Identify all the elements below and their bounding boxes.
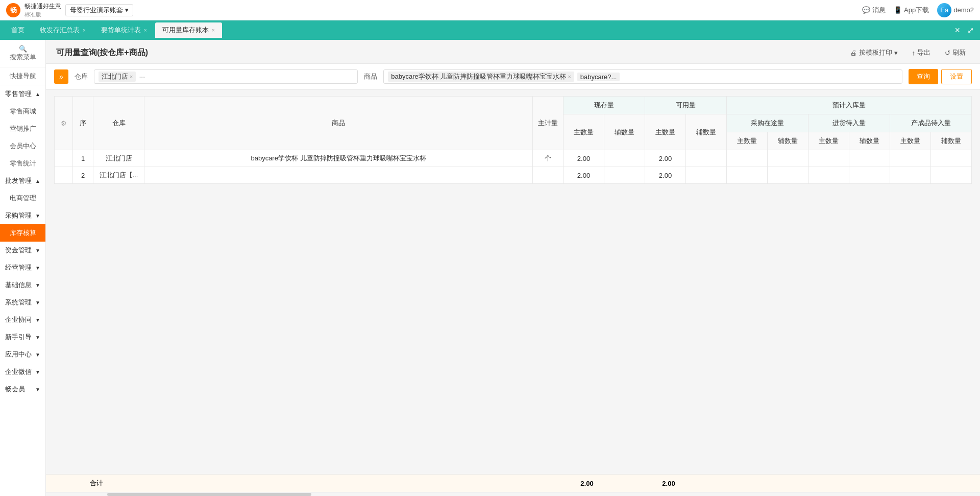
app-download-button[interactable]: 📱 App下载 [894, 6, 929, 15]
cell-warehouse-2: 江北门店【... [93, 167, 144, 184]
tab-home[interactable]: 首页 [4, 22, 32, 38]
th-production-group: 产成品待入量 [890, 114, 972, 132]
tab-order-stats-label: 要货单统计表 [101, 26, 141, 35]
table-row: 2 江北门店【... 2.00 2.00 [55, 167, 972, 184]
user-profile[interactable]: Ea demo2 [937, 3, 974, 17]
th-stock-aux: 辅数量 [604, 114, 645, 150]
export-button[interactable]: ↑ 导出 [908, 46, 935, 59]
app-logo: 畅 [6, 3, 20, 17]
cell-production-main-2 [890, 167, 931, 184]
sidebar-item-inventory[interactable]: 库存核算 [0, 224, 45, 242]
th-num: 序 [73, 97, 93, 150]
tab-home-label: 首页 [11, 26, 24, 35]
warehouse-filter-input[interactable]: 江北门店 × ··· [94, 69, 358, 84]
cell-unit-1: 个 [533, 150, 564, 167]
cell-warehouse-1: 江北门店 [93, 150, 144, 167]
tab-available-stock[interactable]: 可用量库存账本 × [155, 22, 222, 38]
th-stock-group: 现存量 [564, 97, 645, 114]
tab-receive-summary-close[interactable]: × [83, 28, 86, 33]
inventory-table: ⚙ 序 仓库 商品 主计量 现存量 可用量 预计入库量 主数量 辅数量 主数量 [54, 96, 972, 184]
horizontal-scrollbar[interactable] [46, 492, 980, 496]
th-unit: 主计量 [533, 97, 564, 150]
template-print-button[interactable]: 🖨 按模板打印 ▾ [846, 46, 902, 59]
sidebar-section-retail: 零售管理 ▲ 零售商城 营销推广 会员中心 零售统计 [0, 85, 45, 172]
message-icon: 💬 [862, 6, 870, 14]
chevron-down-icon-purchase: ▼ [35, 213, 40, 219]
cell-num-1: 1 [73, 150, 93, 167]
message-button[interactable]: 💬 消息 [862, 6, 886, 15]
app-title: 畅捷通好生意 [24, 2, 61, 11]
tab-available-stock-label: 可用量库存账本 [162, 26, 209, 35]
tab-available-stock-close[interactable]: × [212, 28, 215, 33]
sidebar-search[interactable]: 🔍 搜索菜单 [0, 40, 45, 67]
sidebar-item-retail-mall[interactable]: 零售商城 [0, 103, 45, 120]
chevron-down-icon-sys: ▼ [35, 300, 40, 305]
close-all-tabs-button[interactable]: × [950, 25, 964, 36]
sidebar-group-system[interactable]: 系统管理 ▼ [0, 294, 45, 311]
query-button[interactable]: 查询 [909, 69, 938, 84]
expand-button[interactable]: ⤢ [965, 26, 976, 35]
refresh-button[interactable]: ↺ 刷新 [941, 46, 970, 59]
topbar-left: 畅 畅捷通好生意 标准版 母婴行业演示账套 ▾ [6, 2, 133, 18]
th-purchase-main: 主数量 [727, 132, 768, 150]
sidebar-item-marketing[interactable]: 营销推广 [0, 120, 45, 137]
sidebar-item-retail-stats[interactable]: 零售统计 [0, 155, 45, 172]
cell-incoming-aux-1 [849, 150, 890, 167]
chevron-down-icon-finance: ▼ [35, 248, 40, 253]
table-footer: 合计 2.00 2.00 [46, 474, 980, 492]
gear-icon[interactable]: ⚙ [61, 120, 67, 127]
cell-unit-2 [533, 167, 564, 184]
cell-stock-aux-1 [604, 150, 645, 167]
topbar: 畅 畅捷通好生意 标准版 母婴行业演示账套 ▾ 💬 消息 📱 App下载 Ea … [0, 0, 980, 20]
sidebar-group-wholesale[interactable]: 批发管理 ▲ [0, 172, 45, 190]
cell-purchase-aux-1 [768, 150, 808, 167]
footer-available-main: 2.00 [648, 480, 689, 487]
scrollbar-thumb[interactable] [107, 493, 311, 496]
th-planned-group: 预计入库量 [727, 97, 972, 114]
sidebar-group-appstore[interactable]: 应用中心 ▼ [0, 346, 45, 363]
sidebar-quick-nav[interactable]: 快捷导航 [0, 67, 45, 85]
print-icon: 🖨 [850, 49, 857, 57]
product-filter-input[interactable]: babycare学饮杯 儿童防摔防撞吸管杯重力球吸嘴杯宝宝水杯 × babyca… [383, 69, 902, 84]
warehouse-filter-label: 仓库 [75, 72, 88, 81]
page-title: 可用量查询(按仓库+商品) [56, 48, 148, 58]
chevron-down-icon-mem: ▼ [35, 387, 40, 392]
cell-settings-2 [55, 167, 73, 184]
th-warehouse: 仓库 [93, 97, 144, 150]
sidebar-group-operations[interactable]: 经营管理 ▼ [0, 259, 45, 276]
tab-receive-summary[interactable]: 收发存汇总表 × [33, 22, 93, 38]
sidebar-item-ecommerce[interactable]: 电商管理 [0, 190, 45, 207]
sidebar-group-member[interactable]: 畅会员 ▼ [0, 381, 45, 398]
filter-toggle-button[interactable]: » [54, 69, 68, 84]
sidebar-group-purchase[interactable]: 采购管理 ▼ [0, 207, 45, 224]
nav-tabs: 首页 收发存汇总表 × 要货单统计表 × 可用量库存账本 × × ⤢ [0, 20, 980, 40]
industry-select[interactable]: 母婴行业演示账套 ▾ [65, 4, 133, 16]
chevron-down-icon-ent: ▼ [35, 317, 40, 323]
product-tag-2: babycare?... [577, 73, 620, 81]
cell-production-main-1 [890, 150, 931, 167]
product-tag-1-close[interactable]: × [568, 74, 571, 80]
tab-order-stats-close[interactable]: × [144, 28, 147, 33]
th-available-group: 可用量 [645, 97, 727, 114]
sidebar-group-wechat[interactable]: 企业微信 ▼ [0, 363, 45, 381]
settings-button[interactable]: 设置 [941, 69, 972, 84]
tab-order-stats[interactable]: 要货单统计表 × [94, 22, 154, 38]
cell-available-main-1: 2.00 [645, 150, 686, 167]
sidebar-group-basic[interactable]: 基础信息 ▼ [0, 276, 45, 294]
warehouse-more-button[interactable]: ··· [139, 73, 145, 81]
warehouse-tag: 江北门店 × [99, 72, 136, 82]
product-tag-1: babycare学饮杯 儿童防摔防撞吸管杯重力球吸嘴杯宝宝水杯 × [388, 72, 574, 82]
cell-available-aux-2 [686, 167, 727, 184]
sidebar-item-members[interactable]: 会员中心 [0, 137, 45, 155]
search-icon: 🔍 [19, 45, 27, 53]
sidebar-group-retail[interactable]: 零售管理 ▲ [0, 85, 45, 103]
tab-receive-summary-label: 收发存汇总表 [40, 26, 80, 35]
sidebar-group-finance[interactable]: 资金管理 ▼ [0, 242, 45, 259]
chevron-down-icon-new: ▼ [35, 335, 40, 340]
footer-label: 合计 [90, 479, 141, 488]
product-filter-label: 商品 [364, 72, 377, 81]
warehouse-tag-close[interactable]: × [130, 74, 133, 80]
sidebar-group-enterprise[interactable]: 企业协同 ▼ [0, 311, 45, 328]
cell-product-1: babycare学饮杯 儿童防摔防撞吸管杯重力球吸嘴杯宝宝水杯 [144, 150, 533, 167]
sidebar-group-newuser[interactable]: 新手引导 ▼ [0, 328, 45, 346]
